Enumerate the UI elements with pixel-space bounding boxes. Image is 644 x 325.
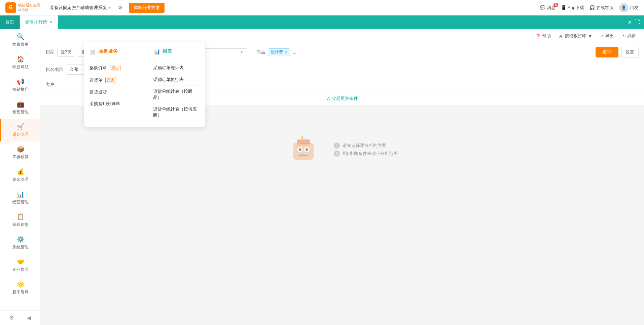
collapse-label: 收起更多条件 — [332, 95, 358, 101]
sidebar-item-inventory[interactable]: 📦 库存核算 — [0, 141, 40, 164]
sidebar: 🔍 搜索菜单 🏠 快捷导航 📢 营销推广 💼 销售管理 🛒 采购管理 📦 库存核… — [0, 29, 40, 325]
goods-label: 商品 — [256, 49, 265, 55]
rank-label: 排名项目 — [46, 67, 63, 73]
report-col-title-label: 报表 — [163, 48, 172, 54]
dropdown-item-purchase-order-exec[interactable]: 采购订单执行表 — [153, 74, 200, 86]
collapse-up-icon: ⋀ — [327, 96, 330, 101]
goods-dots[interactable]: ... — [293, 50, 296, 55]
tabbar: 首页 销售排行榜 ✕ ✕ ⛶ — [0, 15, 644, 29]
topbar: 6 畅捷通好生意 标准版 装备及固定资产辅助管理系统 ▼ ⚙ 体验行业方案 💬 … — [0, 0, 644, 15]
tab-expand-icon[interactable]: ⛶ — [635, 19, 640, 25]
industry-button[interactable]: 体验行业方案 — [129, 3, 165, 13]
sidebar-collapse-icon[interactable]: ◀ — [27, 315, 31, 321]
sidebar-settings-icon[interactable]: ⚙ — [9, 315, 14, 321]
customer-dots[interactable]: ... — [57, 82, 61, 87]
svg-rect-6 — [298, 155, 309, 156]
system-title: 装备及固定资产辅助管理系统 — [50, 5, 107, 11]
refresh-icon: ↻ — [622, 34, 626, 39]
help-label: 帮助 — [542, 33, 551, 39]
step-2-text: 用[过滤]条件来缩小分析范围 — [343, 151, 397, 157]
dropdown-item-stock-return[interactable]: 进货退货 — [90, 86, 137, 98]
stock-stats-supplier-label: 进货单统计表（按供应商） — [153, 106, 200, 118]
inventory-icon: 📦 — [17, 146, 24, 153]
sidebar-item-capital[interactable]: 💰 资金管理 — [0, 164, 40, 187]
sidebar-item-search[interactable]: 🔍 搜索菜单 — [0, 29, 40, 51]
sidebar-item-enterprise-label: 企业协同 — [12, 267, 29, 273]
sidebar-item-enterprise[interactable]: 🤝 企业协同 — [0, 254, 40, 277]
tab-close-all-icon[interactable]: ✕ — [628, 19, 632, 26]
sales-icon: 💼 — [17, 100, 24, 108]
sidebar-item-basic[interactable]: 📋 基础信息 — [0, 209, 40, 232]
dropdown-item-purchase-order[interactable]: 采购订单 历史 — [90, 62, 137, 74]
goods-tag-close-icon[interactable]: ✕ — [284, 50, 287, 54]
sidebar-item-marketing-label: 营销推广 — [12, 87, 29, 92]
tab-close-icon[interactable]: ✕ — [49, 20, 52, 25]
sidebar-item-system[interactable]: ⚙️ 系统管理 — [0, 232, 40, 254]
refresh-label: 刷新 — [627, 33, 636, 39]
print-button[interactable]: 🖨 按模板打印 ▼ — [556, 32, 595, 40]
dropdown-item-stock-stats-supplier[interactable]: 进货单统计表（按供应商） — [153, 104, 200, 121]
headset-icon: 🎧 — [589, 5, 595, 10]
empty-state-inner: 1 请先选择要分析的方案 2 用[过滤]条件来缩小分析范围 — [287, 133, 397, 166]
app-download-label: App下载 — [568, 5, 584, 11]
tab-sales-rank[interactable]: 销售排行榜 ✕ — [20, 15, 58, 29]
sidebar-item-system-label: 系统管理 — [12, 244, 29, 250]
purchase-order-exec-label: 采购订单执行表 — [153, 77, 184, 83]
dropdown-item-stock-stats-goods[interactable]: 进货单统计表（按商品） — [153, 86, 200, 104]
tab-sales-rank-label: 销售排行榜 — [25, 19, 47, 25]
logo-text: 畅捷通好生意 — [18, 3, 40, 7]
collapse-button[interactable]: ⋀ 收起更多条件 — [323, 93, 362, 104]
help-icon: ❓ — [535, 34, 541, 39]
dropdown-item-stock-in[interactable]: 进货单 历史 — [90, 74, 137, 86]
step-2-num: 2 — [334, 151, 340, 157]
sidebar-item-operation[interactable]: 📊 经营管理 — [0, 187, 40, 209]
sidebar-item-guide-label: 新手引导 — [12, 289, 29, 295]
print-label: 按模板打印 — [565, 33, 586, 39]
notification-badge: 6 — [553, 3, 558, 7]
operation-icon: 📊 — [17, 191, 24, 198]
refresh-button[interactable]: ↻ 刷新 — [619, 32, 639, 40]
purchase-expense-label: 采购费用分摊单 — [90, 101, 120, 107]
purchase-order-label: 采购订单 — [90, 65, 107, 71]
customer-label: 客户 — [46, 82, 55, 88]
sidebar-item-guide[interactable]: 🌟 新手引导 — [0, 277, 40, 299]
system-title-arrow-icon: ▼ — [108, 6, 111, 9]
sidebar-item-basic-label: 基础信息 — [12, 222, 29, 228]
help-button[interactable]: ❓ 帮助 — [533, 32, 553, 40]
stock-in-label: 进货单 — [90, 77, 103, 83]
logo-icon: 6 — [5, 2, 16, 13]
tab-home[interactable]: 首页 — [0, 15, 20, 29]
notification-button[interactable]: 💬 消息 6 — [540, 5, 556, 11]
system-title-dropdown[interactable]: 装备及固定资产辅助管理系统 ▼ — [50, 5, 111, 11]
empty-step-2: 2 用[过滤]条件来缩小分析范围 — [334, 151, 397, 157]
set-button[interactable]: 设置 — [621, 47, 639, 57]
date-preset-7days[interactable]: 近7天 — [57, 48, 75, 57]
online-service-button[interactable]: 🎧 在线客服 — [589, 5, 614, 11]
dropdown-item-purchase-expense[interactable]: 采购费用分摊单 — [90, 98, 137, 110]
svg-point-4 — [299, 148, 301, 151]
system-icon: ⚙️ — [17, 236, 24, 243]
sidebar-item-sales[interactable]: 💼 销售管理 — [0, 96, 40, 119]
sidebar-item-marketing[interactable]: 📢 营销推广 — [0, 74, 40, 96]
dropdown-divider — [145, 48, 145, 121]
purchase-col-title-label: 采购业务 — [99, 48, 118, 54]
customer-filter-group: 客户 ... — [46, 82, 61, 88]
filter-toolbar: ❓ 帮助 🖨 按模板打印 ▼ ↗ 导出 ↻ 刷新 — [40, 29, 644, 43]
query-button[interactable]: 查询 — [596, 47, 618, 57]
bill-status-arrow-icon: ▼ — [240, 50, 243, 54]
export-button[interactable]: ↗ 导出 — [598, 32, 617, 40]
capital-icon: 💰 — [17, 168, 24, 175]
dropdown-item-purchase-order-stats[interactable]: 采购订单统计表 — [153, 62, 200, 74]
stock-return-label: 进货退货 — [90, 89, 107, 95]
print-dropdown-icon: ▼ — [588, 34, 592, 39]
export-label: 导出 — [605, 33, 614, 39]
user-button[interactable]: 👤 用友 — [619, 3, 639, 12]
mobile-icon: 📱 — [561, 5, 566, 10]
purchase-order-history-tag: 历史 — [110, 65, 120, 71]
settings-icon[interactable]: ⚙ — [115, 3, 125, 12]
sidebar-item-purchase[interactable]: 🛒 采购管理 — [0, 119, 40, 141]
avatar: 👤 — [619, 3, 629, 12]
purchase-order-stats-label: 采购订单统计表 — [153, 65, 184, 71]
app-download-button[interactable]: 📱 App下载 — [561, 5, 584, 11]
sidebar-item-quick-nav[interactable]: 🏠 快捷导航 — [0, 51, 40, 74]
